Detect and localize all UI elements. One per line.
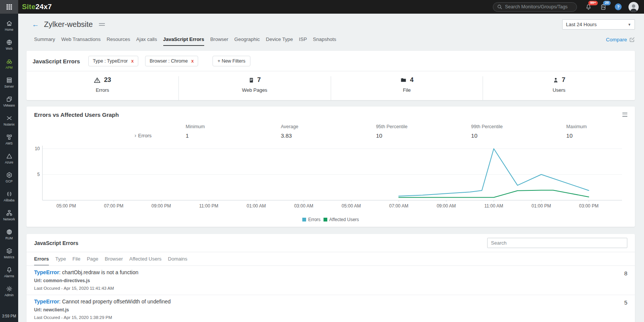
error-title[interactable]: TypeError: chartObj.redraw is not a func… — [34, 269, 606, 275]
errors-tab-browser[interactable]: Browser — [105, 252, 123, 265]
stats-row: 23Errors7Web Pages4File7Users — [27, 71, 635, 100]
error-message: : Cannot read property offsetWidth of un… — [59, 298, 171, 305]
sidebar-item-apm[interactable]: APM — [0, 54, 18, 73]
svg-text:05:00 PM: 05:00 PM — [56, 203, 76, 209]
graph-summary: › Errors Minimum1Average3.8395th Percent… — [34, 124, 627, 139]
errors-vs-users-chart[interactable]: 51005:00 PM07:00 PM09:00 PM11:00 PM01:00… — [34, 140, 627, 213]
error-count: 5 — [606, 298, 627, 320]
user-avatar[interactable] — [628, 2, 639, 12]
error-type[interactable]: TypeError — [34, 298, 59, 305]
monitor-tabs: SummaryWeb TransactionsResourcesAjax cal… — [18, 30, 644, 46]
stat-value: 23 — [104, 76, 111, 84]
tab-snapshots[interactable]: Snapshots — [313, 36, 336, 46]
summary-col-label: 95th Percentile — [376, 124, 437, 129]
error-count: 8 — [606, 269, 627, 291]
global-search[interactable] — [493, 2, 577, 12]
stat-card-users: 7Users — [483, 76, 635, 100]
tab-resources[interactable]: Resources — [106, 36, 130, 46]
apps-grid-button[interactable] — [0, 0, 18, 14]
filters-panel-title: JavaScript Errors — [33, 58, 80, 64]
tab-browser[interactable]: Browser — [210, 36, 228, 46]
error-title[interactable]: TypeError: Cannot read property offsetWi… — [34, 298, 606, 305]
stat-card-file: 4File — [331, 76, 483, 100]
filter-chip-label: Browser : Chrome — [150, 58, 188, 64]
stat-label: Users — [553, 87, 566, 93]
new-filters-button[interactable]: + New Filters — [213, 56, 250, 66]
sidebar-item-metrics[interactable]: Metrics — [0, 244, 18, 263]
sidebar-item-network[interactable]: Network — [0, 206, 18, 225]
sidebar-item-alibaba[interactable]: Alibaba — [0, 187, 18, 206]
global-search-input[interactable] — [505, 4, 573, 9]
errors-tab-errors[interactable]: Errors — [34, 252, 49, 265]
summary-col-value: 10 — [471, 132, 532, 139]
errors-tab-affected-users[interactable]: Affected Users — [129, 252, 161, 265]
tab-device-type[interactable]: Device Type — [266, 36, 293, 46]
tab-summary[interactable]: Summary — [34, 36, 55, 46]
sidebar-item-label: GCP — [6, 179, 13, 183]
remove-filter-icon[interactable]: x — [131, 58, 134, 64]
monitor-header: ← Zylker-website Last 24 Hours ▼ — [18, 14, 644, 30]
sidebar-item-rum[interactable]: RUM — [0, 225, 18, 244]
compare-link[interactable]: Compare — [606, 37, 635, 46]
logo-text-site: Site — [22, 3, 36, 11]
svg-text:11:00 AM: 11:00 AM — [484, 203, 503, 209]
sidebar-item-azure[interactable]: Azure — [0, 149, 18, 168]
sidebar-item-alarms[interactable]: Alarms — [0, 263, 18, 282]
search-icon — [497, 4, 502, 9]
sidebar: HomeWebAPMServerVMwareNutanixAWSAzureGCP… — [0, 14, 18, 322]
tasks-button[interactable]: 20 — [600, 4, 606, 10]
svg-text:01:00 PM: 01:00 PM — [531, 203, 551, 209]
notifications-button[interactable]: 99+ — [585, 4, 592, 10]
error-type[interactable]: TypeError — [34, 269, 59, 275]
sidebar-item-aws[interactable]: AWS — [0, 130, 18, 149]
errors-tab-domains[interactable]: Domains — [168, 252, 187, 265]
errors-tab-file[interactable]: File — [72, 252, 80, 265]
filter-chip[interactable]: Type : TypeErrorx — [88, 56, 138, 66]
errors-tab-page[interactable]: Page — [87, 252, 98, 265]
sidebar-item-vmware[interactable]: VMware — [0, 92, 18, 111]
tab-geographic[interactable]: Geographic — [234, 36, 260, 46]
svg-text:09:00 PM: 09:00 PM — [152, 203, 171, 209]
errors-search-input[interactable] — [487, 238, 627, 248]
monitor-menu-icon[interactable] — [99, 23, 105, 26]
legend-item-affected-users[interactable]: Affected Users — [324, 217, 359, 222]
compare-edit-icon — [629, 37, 635, 42]
svg-text:09:00 AM: 09:00 AM — [437, 203, 456, 209]
svg-text:05:00 AM: 05:00 AM — [342, 203, 361, 209]
chart-legend: ErrorsAffected Users — [34, 217, 627, 222]
tab-isp[interactable]: ISP — [299, 36, 307, 46]
tab-javascript-errors[interactable]: JavaScript Errors — [163, 36, 204, 46]
sidebar-item-web[interactable]: Web — [0, 35, 18, 54]
filter-chip-label: Type : TypeError — [93, 58, 128, 64]
sidebar-item-label: Azure — [5, 160, 13, 164]
error-last-occurred: Last Occured - Apr 15, 2020 11:41:43 AM — [34, 286, 606, 291]
time-range-select[interactable]: Last 24 Hours ▼ — [562, 19, 635, 30]
site24x7-logo[interactable]: Site24x7 — [22, 3, 52, 11]
stat-card-errors: 23Errors — [27, 76, 178, 100]
sidebar-item-nutanix[interactable]: Nutanix — [0, 111, 18, 130]
sidebar-item-gcp[interactable]: GCP — [0, 168, 18, 187]
filter-chip[interactable]: Browser : Chromex — [145, 56, 198, 66]
sidebar-item-admin[interactable]: Admin — [0, 282, 18, 301]
summary-col-label: Maximum — [566, 124, 627, 129]
svg-text:10: 10 — [35, 146, 40, 151]
error-row[interactable]: TypeError: Cannot read property offsetWi… — [27, 295, 635, 322]
error-row[interactable]: TypeError: chartObj.redraw is not a func… — [27, 266, 635, 295]
summary-col-value: 3.83 — [281, 132, 342, 139]
summary-col-label: 99th Percentile — [471, 124, 532, 129]
user-icon — [553, 77, 559, 83]
remove-filter-icon[interactable]: x — [191, 58, 194, 64]
back-arrow-icon[interactable]: ← — [32, 21, 39, 28]
graph-menu-icon[interactable] — [622, 113, 627, 116]
errors-tab-type[interactable]: Type — [55, 252, 66, 265]
legend-label: Affected Users — [329, 217, 359, 222]
sidebar-item-label: VMware — [3, 104, 15, 107]
sidebar-item-server[interactable]: Server — [0, 73, 18, 92]
tab-ajax-calls[interactable]: Ajax calls — [136, 36, 157, 46]
errors-list-title: JavaScript Errors — [34, 240, 78, 246]
tab-web-transactions[interactable]: Web Transactions — [61, 36, 101, 46]
legend-item-errors[interactable]: Errors — [302, 217, 320, 222]
sidebar-item-home[interactable]: Home — [0, 16, 18, 35]
help-button[interactable]: ? — [615, 3, 622, 10]
summary-series-label[interactable]: › Errors — [34, 132, 152, 139]
